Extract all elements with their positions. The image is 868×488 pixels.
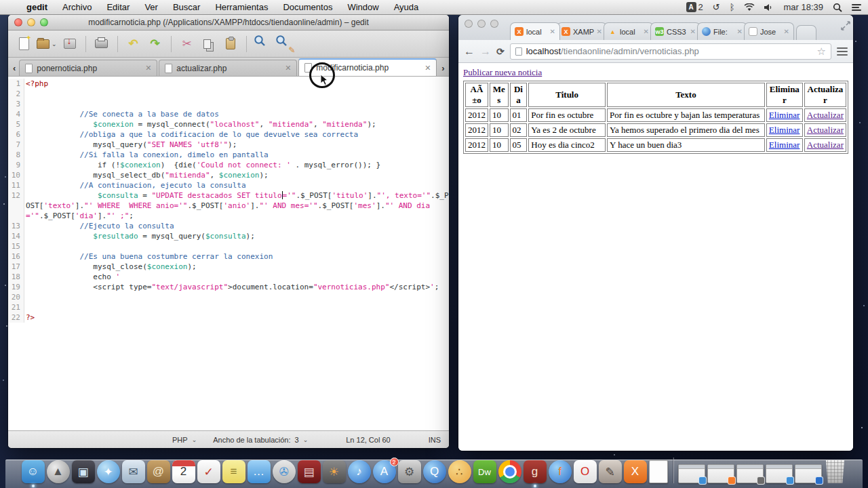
close-icon[interactable]: ✕ bbox=[597, 28, 602, 35]
back-button[interactable]: ← bbox=[464, 45, 475, 58]
chrome-icon[interactable] bbox=[498, 460, 521, 483]
input-sources-icon[interactable]: A2 bbox=[686, 2, 703, 12]
zoom-window-button[interactable] bbox=[490, 20, 498, 28]
actualizar-link[interactable]: Actualizar bbox=[807, 110, 844, 120]
browser-tab-xamp[interactable]: XXAMP✕ bbox=[557, 22, 607, 40]
spotlight-icon[interactable] bbox=[833, 3, 842, 12]
gedit-titlebar[interactable]: modificarnoticia.php (/Applications/XAMP… bbox=[8, 15, 449, 30]
bookmark-star-icon[interactable]: ☆ bbox=[817, 45, 826, 58]
trash-icon[interactable] bbox=[824, 460, 847, 483]
close-icon[interactable]: ✕ bbox=[425, 64, 431, 73]
close-icon[interactable]: ✕ bbox=[550, 28, 555, 35]
gedit-icon[interactable]: g bbox=[524, 460, 547, 483]
menu-app-name[interactable]: gedit bbox=[19, 0, 55, 15]
menu-item-buscar[interactable]: Buscar bbox=[165, 2, 208, 12]
opera-icon[interactable]: O bbox=[574, 460, 597, 483]
actualizar-link[interactable]: Actualizar bbox=[807, 125, 844, 135]
mail-icon[interactable]: ✉ bbox=[122, 460, 145, 483]
close-window-button[interactable] bbox=[465, 20, 473, 28]
gedit-text-area[interactable]: 1<?php234 //Se conecta a la base de dato… bbox=[8, 77, 449, 430]
eliminar-link[interactable]: Eliminar bbox=[769, 140, 800, 150]
close-icon[interactable]: ✕ bbox=[737, 28, 743, 35]
launchpad-icon[interactable]: ▲ bbox=[47, 460, 70, 483]
minimized-window-4-icon[interactable] bbox=[766, 464, 793, 483]
iphoto-icon[interactable]: ☀ bbox=[323, 460, 346, 483]
browser-tab-file:[interactable]: File:✕ bbox=[697, 22, 747, 40]
print-button[interactable] bbox=[93, 35, 111, 54]
menu-item-archivo[interactable]: Archivo bbox=[55, 2, 99, 12]
menu-item-window[interactable]: Window bbox=[340, 2, 386, 12]
app-store-icon[interactable]: A2 bbox=[373, 460, 396, 483]
new-tab-button[interactable] bbox=[796, 25, 816, 40]
close-icon[interactable]: ✕ bbox=[644, 28, 649, 35]
photo-booth-icon[interactable]: ▤ bbox=[298, 460, 321, 483]
bluetooth-icon[interactable]: ᛒ bbox=[730, 2, 735, 12]
new-document-button[interactable] bbox=[15, 35, 33, 54]
reminders-icon[interactable]: ✓ bbox=[197, 460, 220, 483]
menu-item-editar[interactable]: Editar bbox=[99, 2, 137, 12]
expand-icon[interactable] bbox=[841, 21, 850, 33]
tab-scroll-left-icon[interactable]: ‹ bbox=[9, 63, 19, 76]
volume-icon[interactable] bbox=[764, 3, 774, 12]
minimize-window-button[interactable] bbox=[477, 20, 486, 28]
system-preferences-icon[interactable]: ⚙ bbox=[398, 460, 421, 483]
libreoffice-document-icon[interactable] bbox=[649, 460, 668, 483]
save-button[interactable] bbox=[61, 35, 79, 54]
firefox-icon[interactable]: f bbox=[549, 460, 572, 483]
menu-item-ayuda[interactable]: Ayuda bbox=[387, 2, 427, 12]
menu-clock[interactable]: mar 18:39 bbox=[783, 2, 823, 12]
browser-tab-local[interactable]: ▲local✕ bbox=[604, 22, 654, 40]
eliminar-link[interactable]: Eliminar bbox=[769, 110, 800, 120]
notification-center-icon[interactable] bbox=[852, 3, 861, 12]
actualizar-link[interactable]: Actualizar bbox=[807, 140, 844, 150]
publish-news-link[interactable]: Publicar nueva noticia bbox=[463, 67, 542, 78]
reload-button[interactable]: ⟳ bbox=[496, 46, 505, 57]
finder-icon[interactable]: ☺ bbox=[22, 460, 45, 483]
tab-scroll-right-icon[interactable]: › bbox=[438, 63, 448, 76]
mission-control-icon[interactable]: ▣ bbox=[72, 460, 95, 483]
language-selector[interactable]: PHP bbox=[172, 436, 188, 444]
minimized-window-5-icon[interactable] bbox=[795, 464, 822, 483]
facetime-icon[interactable]: ✇ bbox=[273, 460, 296, 483]
paste-button[interactable] bbox=[222, 35, 239, 54]
close-icon[interactable]: ✕ bbox=[145, 64, 151, 73]
close-icon[interactable]: ✕ bbox=[784, 28, 789, 35]
eliminar-link[interactable]: Eliminar bbox=[769, 125, 800, 135]
open-button[interactable]: ⌄ bbox=[37, 35, 57, 54]
menu-item-herramientas[interactable]: Herramientas bbox=[208, 2, 275, 12]
browser-tab-jose[interactable]: Jose✕ bbox=[744, 22, 794, 40]
menu-item-ver[interactable]: Ver bbox=[137, 2, 165, 12]
editor-tab-ponernoticia.php[interactable]: ponernoticia.php✕ bbox=[19, 60, 157, 76]
time-machine-icon[interactable]: ↺ bbox=[713, 2, 720, 12]
close-icon[interactable]: ✕ bbox=[285, 64, 291, 73]
minimized-window-2-icon[interactable] bbox=[707, 464, 734, 483]
browser-tab-local[interactable]: Xlocal✕ bbox=[510, 22, 560, 40]
browser-tab-css3[interactable]: w3CSS3✕ bbox=[650, 22, 701, 40]
tab-width-selector[interactable]: 3 bbox=[295, 436, 299, 444]
cut-button[interactable]: ✂ bbox=[178, 35, 196, 54]
find-button[interactable] bbox=[254, 35, 271, 54]
calendar-icon[interactable]: 2 bbox=[172, 460, 195, 483]
close-icon[interactable]: ✕ bbox=[690, 28, 696, 35]
copy-button[interactable] bbox=[200, 35, 218, 54]
minimized-window-3-icon[interactable] bbox=[736, 464, 764, 483]
redo-button[interactable]: ↷ bbox=[146, 35, 164, 54]
browser-menu-button[interactable] bbox=[837, 45, 848, 58]
contacts-icon[interactable]: @ bbox=[147, 460, 170, 483]
xampp-icon[interactable]: X bbox=[624, 460, 647, 483]
gimp-icon[interactable]: ✎ bbox=[599, 460, 622, 483]
notes-icon[interactable]: ≡ bbox=[222, 460, 245, 483]
address-bar[interactable]: localhost/tiendaonline/admin/vernoticias… bbox=[510, 43, 831, 60]
safari-icon[interactable]: ✦ bbox=[97, 460, 120, 483]
minimized-window-1-icon[interactable] bbox=[678, 464, 705, 483]
wifi-icon[interactable] bbox=[744, 3, 755, 12]
menu-item-documentos[interactable]: Documentos bbox=[275, 2, 340, 12]
find-replace-button[interactable] bbox=[275, 35, 293, 54]
editor-tab-actualizar.php[interactable]: actualizar.php✕ bbox=[159, 60, 297, 76]
color-palette-icon[interactable]: ∴ bbox=[448, 460, 471, 483]
quicktime-icon[interactable]: Q bbox=[423, 460, 446, 483]
undo-button[interactable]: ↶ bbox=[125, 35, 142, 54]
itunes-icon[interactable]: ♪ bbox=[348, 460, 371, 483]
messages-icon[interactable]: … bbox=[248, 460, 271, 483]
forward-button[interactable]: → bbox=[480, 45, 491, 58]
